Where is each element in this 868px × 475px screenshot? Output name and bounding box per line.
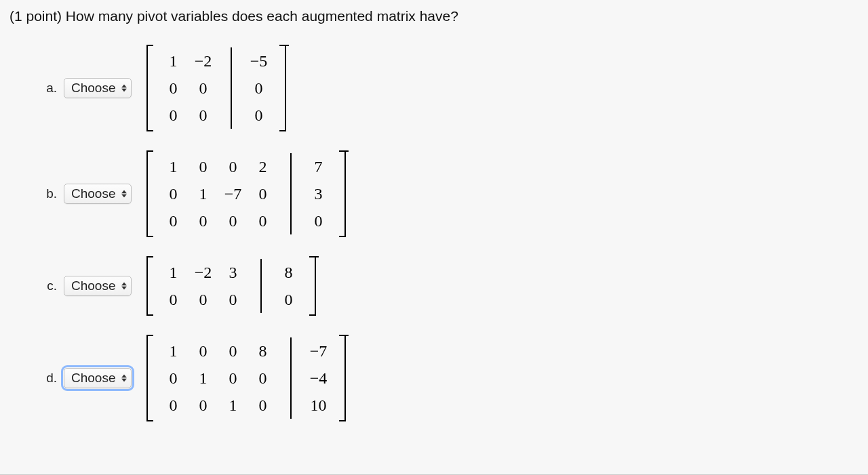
matrix-cell: 1 <box>218 396 248 415</box>
matrix-row: −5 <box>244 47 274 75</box>
matrix-row: −7 <box>304 337 334 365</box>
matrix-cell: 0 <box>244 106 274 125</box>
select-text: Choose <box>71 278 116 293</box>
updown-icon <box>121 190 127 198</box>
matrix-row: 3 <box>304 180 334 207</box>
part-a-row: a. Choose 1−20000 −500 <box>42 45 859 131</box>
matrix-row: 1002 <box>159 153 278 180</box>
matrix-row: 8 <box>274 259 304 286</box>
part-b-label: b. <box>42 186 57 201</box>
matrix-row: 1008 <box>159 337 278 365</box>
matrix-cell: 0 <box>159 212 189 230</box>
matrix-cell: 0 <box>248 212 278 230</box>
question-text: (1 point) How many pivot variables does … <box>9 8 859 24</box>
svg-marker-2 <box>121 190 127 194</box>
matrix-cell: 0 <box>159 185 189 203</box>
matrix-cell: 0 <box>244 79 274 98</box>
matrix-b: 100201−700000 730 <box>144 150 349 237</box>
select-text: Choose <box>71 81 116 96</box>
matrix-cell: −4 <box>304 369 334 388</box>
matrix-d: 100801000010 −7−410 <box>144 335 349 421</box>
matrix-cell: 8 <box>274 264 304 282</box>
matrix-cell: 0 <box>218 158 248 176</box>
part-b-row: b. Choose 100201−700000 730 <box>42 150 859 237</box>
matrix-cell: 0 <box>159 396 189 415</box>
matrix-cell: 0 <box>189 158 218 176</box>
matrix-cell: −7 <box>304 342 334 360</box>
matrix-cell: 0 <box>248 396 278 415</box>
matrix-cell: −7 <box>218 185 248 203</box>
matrix-cell: 0 <box>218 291 248 309</box>
matrix-row: 0100 <box>159 365 278 392</box>
matrix-cell: 0 <box>218 212 248 230</box>
part-a-select[interactable]: Choose <box>64 78 132 98</box>
matrix-cell: 0 <box>189 212 218 230</box>
select-text: Choose <box>71 371 116 386</box>
matrix-cell: 0 <box>189 342 218 360</box>
part-d-label: d. <box>42 371 57 386</box>
matrix-cell: 1 <box>159 158 189 176</box>
matrix-c: 1−23000 80 <box>144 256 319 316</box>
svg-marker-5 <box>121 287 127 290</box>
select-text: Choose <box>71 186 116 201</box>
matrix-row: 7 <box>304 153 334 180</box>
updown-icon <box>121 283 127 290</box>
svg-marker-6 <box>121 375 127 378</box>
matrix-cell: 0 <box>248 369 278 388</box>
matrix-cell: 0 <box>274 291 304 309</box>
matrix-cell: 0 <box>159 291 189 309</box>
matrix-cell: 0 <box>248 185 278 203</box>
matrix-cell: 0 <box>189 79 218 98</box>
svg-marker-7 <box>121 379 127 382</box>
part-c-select[interactable]: Choose <box>64 276 132 296</box>
matrix-cell: 3 <box>218 264 248 282</box>
matrix-cell: 0 <box>304 212 334 230</box>
matrix-cell: 1 <box>189 185 218 203</box>
matrix-row: 0010 <box>159 392 278 419</box>
matrix-cell: 8 <box>248 342 278 360</box>
matrix-row: 00 <box>159 102 218 129</box>
matrix-row: 000 <box>159 286 248 313</box>
part-b-select[interactable]: Choose <box>64 184 132 204</box>
matrix-a: 1−20000 −500 <box>144 45 289 131</box>
matrix-cell: 0 <box>159 106 189 125</box>
problem-container: (1 point) How many pivot variables does … <box>0 0 868 475</box>
matrix-row: 0000 <box>159 207 278 234</box>
matrix-cell: 0 <box>159 369 189 388</box>
matrix-cell: 0 <box>159 79 189 98</box>
matrix-cell: 1 <box>159 264 189 282</box>
matrix-cell: 3 <box>304 185 334 203</box>
matrix-row: 1−2 <box>159 47 218 75</box>
matrix-cell: 0 <box>189 396 218 415</box>
svg-marker-3 <box>121 194 127 198</box>
matrix-row: 0 <box>304 207 334 234</box>
matrix-cell: 0 <box>189 291 218 309</box>
svg-marker-0 <box>121 85 127 88</box>
matrix-cell: 1 <box>189 369 218 388</box>
matrix-cell: 7 <box>304 158 334 176</box>
matrix-cell: −2 <box>189 264 218 282</box>
matrix-row: 0 <box>244 102 274 129</box>
matrix-row: 0 <box>244 75 274 102</box>
svg-marker-4 <box>121 283 127 286</box>
svg-marker-1 <box>121 89 127 92</box>
matrix-row: −4 <box>304 365 334 392</box>
part-d-select[interactable]: Choose <box>64 368 132 388</box>
matrix-cell: 0 <box>218 369 248 388</box>
matrix-cell: 1 <box>159 52 189 70</box>
matrix-cell: 0 <box>218 342 248 360</box>
matrix-cell: −5 <box>244 52 274 70</box>
part-d-row: d. Choose 100801000010 −7−410 <box>42 335 859 421</box>
part-c-label: c. <box>42 278 57 293</box>
matrix-row: 1−23 <box>159 259 248 286</box>
matrix-row: 10 <box>304 392 334 419</box>
matrix-row: 00 <box>159 75 218 102</box>
matrix-cell: 0 <box>189 106 218 125</box>
part-c-row: c. Choose 1−23000 80 <box>42 256 859 316</box>
matrix-row: 01−70 <box>159 180 278 207</box>
matrix-cell: 2 <box>248 158 278 176</box>
updown-icon <box>121 375 127 382</box>
matrix-cell: −2 <box>189 52 218 70</box>
matrix-cell: 1 <box>159 342 189 360</box>
matrix-cell: 10 <box>304 396 334 415</box>
